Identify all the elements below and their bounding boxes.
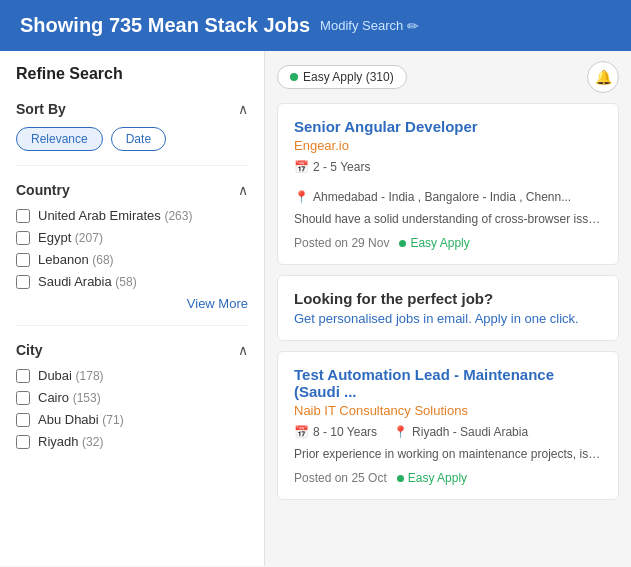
country-item-egypt[interactable]: Egypt (207) <box>16 230 248 245</box>
country-header: Country ∧ <box>16 182 248 198</box>
sidebar: Refine Search Sort By ∧ Relevance Date C… <box>0 51 265 566</box>
sort-relevance-button[interactable]: Relevance <box>16 127 103 151</box>
modify-search-label: Modify Search <box>320 18 403 33</box>
country-checkbox-lebanon[interactable] <box>16 253 30 267</box>
location-icon-1: 📍 <box>393 425 408 439</box>
right-panel: Easy Apply (310) 🔔 Senior Angular Develo… <box>265 51 631 566</box>
country-section: Country ∧ United Arab Emirates (263) Egy… <box>16 182 248 326</box>
city-chevron-icon: ∧ <box>238 342 248 358</box>
experience-value-1: 8 - 10 Years <box>313 425 377 439</box>
city-section: City ∧ Dubai (178) Cairo (153) Abu Dhabi… <box>16 342 248 470</box>
job-desc-0: Should have a solid understanding of cro… <box>294 210 602 228</box>
filter-bar: Easy Apply (310) 🔔 <box>277 61 619 93</box>
bell-alert-button[interactable]: 🔔 <box>587 61 619 93</box>
country-name-uae: United Arab Emirates (263) <box>38 208 192 223</box>
promo-description: Get personalised jobs in email. Apply in… <box>294 311 602 326</box>
country-item-lebanon[interactable]: Lebanon (68) <box>16 252 248 267</box>
main-layout: Refine Search Sort By ∧ Relevance Date C… <box>0 51 631 566</box>
job-title-0[interactable]: Senior Angular Developer <box>294 118 602 135</box>
city-checkbox-riyadh[interactable] <box>16 435 30 449</box>
refine-search-title: Refine Search <box>16 65 248 83</box>
city-checkbox-cairo[interactable] <box>16 391 30 405</box>
job-footer-0: Posted on 29 Nov Easy Apply <box>294 236 602 250</box>
promo-card: Looking for the perfect job? Get persona… <box>277 275 619 341</box>
job-desc-1: Prior experience in working on maintenan… <box>294 445 602 463</box>
city-name-cairo: Cairo (153) <box>38 390 101 405</box>
sort-by-section: Sort By ∧ Relevance Date <box>16 101 248 166</box>
country-item-saudi[interactable]: Saudi Arabia (58) <box>16 274 248 289</box>
easy-apply-badge-dot-icon-0 <box>399 240 406 247</box>
company-name-0: Engear.io <box>294 138 602 153</box>
city-item-riyadh[interactable]: Riyadh (32) <box>16 434 248 449</box>
sort-date-button[interactable]: Date <box>111 127 166 151</box>
job-meta-1: 📅 8 - 10 Years 📍 Riyadh - Saudi Arabia <box>294 425 602 439</box>
city-name-dubai: Dubai (178) <box>38 368 104 383</box>
job-card-0: Senior Angular Developer Engear.io 📅 2 -… <box>277 103 619 265</box>
location-meta-1: 📍 Riyadh - Saudi Arabia <box>393 425 528 439</box>
experience-meta-1: 📅 8 - 10 Years <box>294 425 377 439</box>
city-checkbox-dubai[interactable] <box>16 369 30 383</box>
bell-icon: 🔔 <box>595 69 612 85</box>
job-card-1: Test Automation Lead - Maintenance (Saud… <box>277 351 619 500</box>
country-checkbox-uae[interactable] <box>16 209 30 223</box>
experience-meta-0: 📅 2 - 5 Years <box>294 160 370 174</box>
city-name-riyadh: Riyadh (32) <box>38 434 103 449</box>
easy-apply-filter-label: Easy Apply (310) <box>303 70 394 84</box>
location-value-0: Ahmedabad - India , Bangalore - India , … <box>313 190 571 204</box>
posted-date-1: Posted on 25 Oct <box>294 471 387 485</box>
city-label: City <box>16 342 42 358</box>
city-item-abudhabi[interactable]: Abu Dhabi (71) <box>16 412 248 427</box>
easy-apply-badge-0[interactable]: Easy Apply <box>399 236 469 250</box>
country-view-more[interactable]: View More <box>16 296 248 311</box>
location-meta-0: 📍 Ahmedabad - India , Bangalore - India … <box>294 190 571 204</box>
calendar-icon-0: 📅 <box>294 160 309 174</box>
country-checkbox-egypt[interactable] <box>16 231 30 245</box>
city-header: City ∧ <box>16 342 248 358</box>
country-chevron-icon: ∧ <box>238 182 248 198</box>
sort-by-header: Sort By ∧ <box>16 101 248 117</box>
pencil-icon: ✏ <box>407 18 419 34</box>
sort-buttons-group: Relevance Date <box>16 127 248 151</box>
country-item-uae[interactable]: United Arab Emirates (263) <box>16 208 248 223</box>
easy-apply-count: (310) <box>366 70 394 84</box>
promo-title: Looking for the perfect job? <box>294 290 602 307</box>
city-checkbox-abudhabi[interactable] <box>16 413 30 427</box>
country-label: Country <box>16 182 70 198</box>
modify-search-link[interactable]: Modify Search ✏ <box>320 18 419 34</box>
easy-apply-badge-label-0: Easy Apply <box>410 236 469 250</box>
job-footer-1: Posted on 25 Oct Easy Apply <box>294 471 602 485</box>
header: Showing 735 Mean Stack Jobs Modify Searc… <box>0 0 631 51</box>
experience-value-0: 2 - 5 Years <box>313 160 370 174</box>
easy-apply-badge-1[interactable]: Easy Apply <box>397 471 467 485</box>
easy-apply-filter-chip[interactable]: Easy Apply (310) <box>277 65 407 89</box>
sort-by-chevron-icon: ∧ <box>238 101 248 117</box>
country-name-lebanon: Lebanon (68) <box>38 252 114 267</box>
job-meta-0: 📅 2 - 5 Years 📍 Ahmedabad - India , Bang… <box>294 160 602 204</box>
page-title: Showing 735 Mean Stack Jobs <box>20 14 310 37</box>
city-item-cairo[interactable]: Cairo (153) <box>16 390 248 405</box>
posted-date-0: Posted on 29 Nov <box>294 236 389 250</box>
job-title-1[interactable]: Test Automation Lead - Maintenance (Saud… <box>294 366 602 400</box>
location-value-1: Riyadh - Saudi Arabia <box>412 425 528 439</box>
company-name-1: Naib IT Consultancy Solutions <box>294 403 602 418</box>
country-name-saudi: Saudi Arabia (58) <box>38 274 137 289</box>
country-checkbox-saudi[interactable] <box>16 275 30 289</box>
sort-by-label: Sort By <box>16 101 66 117</box>
easy-apply-badge-dot-icon-1 <box>397 475 404 482</box>
easy-apply-badge-label-1: Easy Apply <box>408 471 467 485</box>
location-icon-0: 📍 <box>294 190 309 204</box>
city-name-abudhabi: Abu Dhabi (71) <box>38 412 124 427</box>
country-name-egypt: Egypt (207) <box>38 230 103 245</box>
easy-apply-dot-icon <box>290 73 298 81</box>
calendar-icon-1: 📅 <box>294 425 309 439</box>
city-item-dubai[interactable]: Dubai (178) <box>16 368 248 383</box>
